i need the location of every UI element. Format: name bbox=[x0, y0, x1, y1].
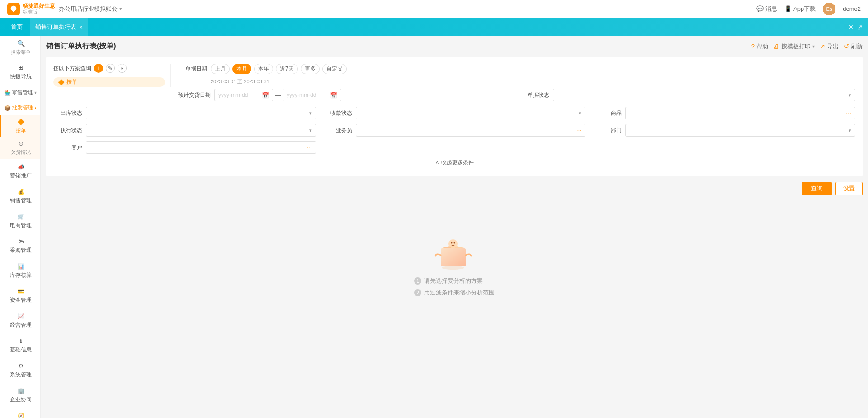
dept-item: 部门 ▾ bbox=[593, 124, 855, 137]
purchase-icon: 🛍 bbox=[18, 238, 24, 245]
edit-scheme-button[interactable]: ✎ bbox=[106, 64, 115, 73]
goods-label: 商品 bbox=[593, 109, 622, 117]
expected-date-group: 预计交货日期 yyyy-mm-dd 📅 — yyyy-mm-dd bbox=[178, 89, 513, 101]
expected-date-start[interactable]: yyyy-mm-dd 📅 bbox=[214, 89, 273, 101]
sidebar-item-marketing[interactable]: 📣 营销推广 bbox=[0, 159, 40, 184]
help-button[interactable]: ? 帮助 bbox=[751, 43, 768, 51]
sidebar-item-wholesale-mgmt[interactable]: 📦 批发管理 ▴ bbox=[0, 100, 40, 115]
tabs-right: × ⤢ bbox=[849, 23, 863, 32]
exec-select[interactable]: ▾ bbox=[86, 124, 316, 137]
hint-num-1: 1 bbox=[414, 277, 421, 285]
customer-dots-icon[interactable]: ··· bbox=[307, 144, 312, 151]
date-btn-more[interactable]: 更多 bbox=[301, 64, 320, 74]
date-filter-row: 单据日期 上月 本月 本年 近7天 更多 自定义 bbox=[178, 64, 855, 74]
status-select[interactable]: ▾ bbox=[553, 89, 855, 101]
filter-card: 按以下方案查询 + ✎ « 🔶 按单 bbox=[46, 57, 863, 176]
window-expand-icon[interactable]: ⤢ bbox=[857, 23, 863, 32]
date-btn-custom[interactable]: 自定义 bbox=[322, 64, 347, 74]
message-button[interactable]: 💬 消息 bbox=[756, 5, 777, 13]
page-title: 销售订单执行表(按单) bbox=[46, 42, 116, 51]
avatar[interactable]: Ea bbox=[823, 3, 835, 15]
exec-label: 执行状态 bbox=[53, 127, 82, 134]
top-bar-left: 畅捷通好生意 标准版 办公用品行业模拟账套 ▾ bbox=[7, 3, 122, 15]
scheme-tag[interactable]: 🔶 按单 bbox=[53, 77, 165, 87]
dept-select[interactable]: ▾ bbox=[625, 124, 855, 137]
salesman-dots-icon[interactable]: ··· bbox=[576, 127, 582, 134]
sidebar-item-guide[interactable]: 🧭 新手引导 bbox=[0, 408, 40, 418]
filter-grid-section: 出库状态 ▾ 收款状态 ▾ bbox=[53, 107, 855, 154]
sidebar-quick-nav[interactable]: ⊞ 快捷导航 bbox=[0, 59, 40, 85]
customer-item: 客户 ··· bbox=[53, 141, 316, 154]
dept-dropdown-icon: ▾ bbox=[849, 128, 851, 133]
payment-select[interactable]: ▾ bbox=[356, 107, 586, 119]
window-close-icon[interactable]: × bbox=[849, 23, 853, 31]
svg-point-6 bbox=[442, 266, 464, 270]
date-btn-this-year[interactable]: 本年 bbox=[254, 64, 273, 74]
sidebar-item-finance[interactable]: 💳 资金管理 bbox=[0, 284, 40, 309]
sidebar-item-按单[interactable]: 🔶 按单 bbox=[0, 115, 40, 137]
goods-input[interactable]: ··· bbox=[625, 107, 855, 119]
operations-icon: 📈 bbox=[18, 313, 24, 319]
expected-date-end[interactable]: yyyy-mm-dd 📅 bbox=[283, 89, 341, 101]
sidebar-item-basic-info[interactable]: ℹ 基础信息 bbox=[0, 333, 40, 358]
sidebar-item-ecom[interactable]: 🛒 电商管理 bbox=[0, 209, 40, 234]
export-icon: ↗ bbox=[820, 43, 825, 50]
backorder-icon: ⊙ bbox=[19, 140, 24, 147]
query-button[interactable]: 查询 bbox=[802, 182, 832, 195]
app-download-button[interactable]: 📱 App下载 bbox=[784, 5, 816, 13]
scheme-panel: 按以下方案查询 + ✎ « 🔶 按单 bbox=[53, 64, 171, 87]
tab-sales-order[interactable]: 销售订单执行表 × bbox=[30, 18, 88, 36]
main-layout: 🔍 搜索菜单 ⊞ 快捷导航 🏪 零售管理 ▾ 📦 批发管理 ▴ 🔶 bbox=[0, 36, 868, 418]
settings-button[interactable]: 设置 bbox=[835, 182, 863, 195]
outbound-dropdown-icon: ▾ bbox=[309, 110, 312, 116]
collapse-row[interactable]: ∧ 收起更多条件 bbox=[53, 156, 855, 169]
sidebar-item-system[interactable]: ⚙ 系统管理 bbox=[0, 358, 40, 383]
goods-dots-icon[interactable]: ··· bbox=[846, 109, 851, 117]
date-label: 单据日期 bbox=[178, 65, 207, 73]
export-button[interactable]: ↗ 导出 bbox=[820, 43, 839, 51]
payment-status-item: 收款状态 ▾ bbox=[323, 107, 586, 119]
sidebar-item-enterprise[interactable]: 🏢 企业协同 bbox=[0, 383, 40, 408]
collapse-scheme-button[interactable]: « bbox=[118, 64, 127, 73]
date-btn-7days[interactable]: 近7天 bbox=[276, 64, 298, 74]
empty-hint-2: 2 用过滤条件来缩小分析范围 bbox=[414, 289, 495, 297]
svg-point-5 bbox=[454, 242, 455, 244]
tabs-left: 首页 销售订单执行表 × bbox=[5, 18, 88, 36]
sidebar-item-purchase[interactable]: 🛍 采购管理 bbox=[0, 234, 40, 259]
scheme-header: 按以下方案查询 + ✎ « bbox=[53, 64, 165, 73]
print-button[interactable]: 🖨 按模板打印 ▾ bbox=[774, 43, 815, 51]
content-area: 销售订单执行表(按单) ? 帮助 🖨 按模板打印 ▾ ↗ 导出 bbox=[41, 36, 868, 418]
marketing-icon: 📣 bbox=[18, 164, 24, 170]
date-btn-this-month[interactable]: 本月 bbox=[232, 64, 251, 74]
sidebar-search[interactable]: 🔍 搜索菜单 bbox=[0, 36, 40, 59]
outbound-select[interactable]: ▾ bbox=[86, 107, 316, 119]
sidebar: 🔍 搜索菜单 ⊞ 快捷导航 🏪 零售管理 ▾ 📦 批发管理 ▴ 🔶 bbox=[0, 36, 41, 418]
refresh-icon: ↺ bbox=[844, 43, 849, 50]
tab-home[interactable]: 首页 bbox=[5, 18, 28, 36]
sidebar-item-operations[interactable]: 📈 经营管理 bbox=[0, 309, 40, 333]
date-btn-last-month[interactable]: 上月 bbox=[211, 64, 230, 74]
customer-input[interactable]: ··· bbox=[86, 141, 316, 154]
order-icon: 🔶 bbox=[17, 119, 24, 125]
logo-icon bbox=[7, 3, 20, 15]
finance-icon: 💳 bbox=[18, 288, 24, 294]
logo-area: 畅捷通好生意 标准版 bbox=[7, 3, 55, 15]
scheme-icon: 🔶 bbox=[58, 79, 65, 86]
calendar-icon-start: 📅 bbox=[262, 92, 269, 99]
add-scheme-button[interactable]: + bbox=[94, 64, 103, 73]
empty-hint-1: 1 请先选择要分析的方案 bbox=[414, 277, 483, 285]
sidebar-item-retail-mgmt[interactable]: 🏪 零售管理 ▾ bbox=[0, 85, 40, 100]
industry-selector[interactable]: 办公用品行业模拟账套 ▾ bbox=[59, 5, 122, 13]
customer-label: 客户 bbox=[53, 144, 82, 152]
download-icon: 📱 bbox=[784, 5, 792, 12]
filter-three-col: 出库状态 ▾ 收款状态 ▾ bbox=[53, 107, 855, 154]
tab-close-icon[interactable]: × bbox=[79, 24, 83, 31]
refresh-button[interactable]: ↺ 刷新 bbox=[844, 43, 863, 51]
tabs-bar: 首页 销售订单执行表 × × ⤢ bbox=[0, 18, 868, 36]
dept-label: 部门 bbox=[593, 127, 622, 134]
salesman-input[interactable]: ··· bbox=[356, 124, 586, 137]
sidebar-item-sales-mgmt[interactable]: 💰 销售管理 bbox=[0, 184, 40, 209]
sidebar-item-inventory[interactable]: 📊 库存核算 bbox=[0, 259, 40, 284]
empty-hints: 1 请先选择要分析的方案 2 用过滤条件来缩小分析范围 bbox=[414, 277, 495, 297]
sidebar-item-欠货情况[interactable]: ⊙ 欠货情况 bbox=[0, 137, 40, 159]
